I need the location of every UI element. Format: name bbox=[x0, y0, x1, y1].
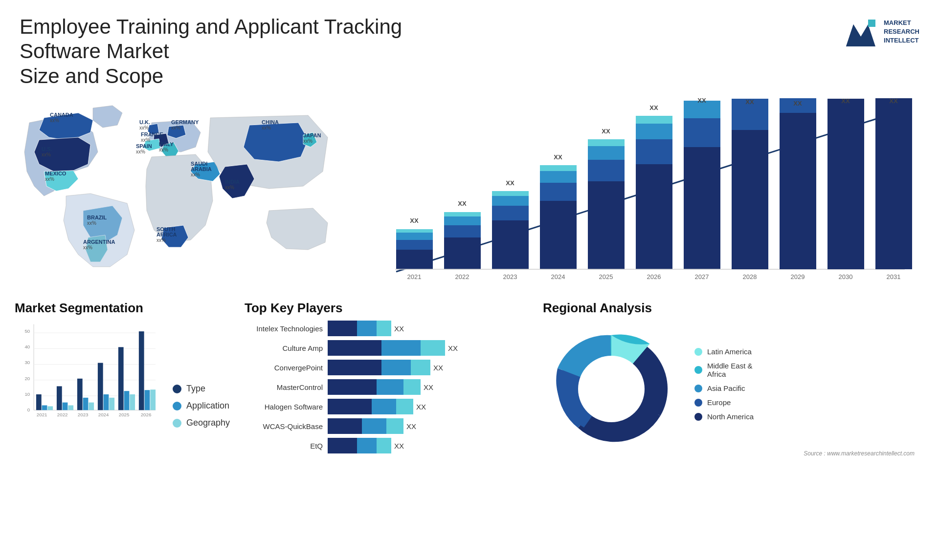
player-name-culture: Culture Amp bbox=[245, 344, 323, 352]
svg-text:2023: 2023 bbox=[78, 412, 89, 417]
india-label: INDIA bbox=[225, 179, 240, 185]
svg-text:xx%: xx% bbox=[139, 125, 149, 130]
bar-2027-seg2 bbox=[684, 118, 720, 147]
bar-2024-seg3 bbox=[540, 171, 577, 183]
player-name-wcas: WCAS-QuickBase bbox=[245, 422, 323, 431]
donut-area: Latin America Middle East &Africa Asia P… bbox=[543, 321, 924, 448]
bar-2021-seg2 bbox=[396, 240, 433, 250]
legend-middle-east: Middle East &Africa bbox=[694, 362, 754, 378]
legend-asia-pacific: Asia Pacific bbox=[694, 384, 754, 392]
legend-north-america-label: North America bbox=[707, 412, 754, 421]
svg-text:2028: 2028 bbox=[743, 273, 757, 280]
mexico-label: MEXICO bbox=[45, 171, 67, 176]
logo-icon bbox=[844, 15, 878, 49]
bar-2023-seg3 bbox=[492, 196, 529, 206]
svg-rect-81 bbox=[145, 390, 150, 410]
bar-2026-seg2 bbox=[636, 139, 672, 164]
svg-text:40: 40 bbox=[24, 344, 30, 349]
svg-text:xx%: xx% bbox=[171, 125, 180, 130]
svg-rect-73 bbox=[89, 403, 94, 410]
svg-text:ARABIA: ARABIA bbox=[191, 166, 212, 172]
player-name-converge: ConvergePoint bbox=[245, 364, 323, 372]
legend-latin-america-label: Latin America bbox=[707, 347, 752, 356]
svg-text:xx%: xx% bbox=[225, 185, 234, 190]
svg-text:XX: XX bbox=[841, 98, 850, 105]
svg-text:XX: XX bbox=[458, 200, 467, 207]
svg-rect-66 bbox=[42, 406, 47, 410]
bar-2022-seg2 bbox=[444, 225, 481, 237]
argentina-label: ARGENTINA bbox=[83, 239, 115, 245]
player-row-intelex: Intelex Technologies XX bbox=[245, 321, 528, 336]
bar-2026-seg1 bbox=[636, 164, 672, 269]
header: Employee Training and Applicant Tracking… bbox=[0, 0, 939, 93]
germany-label: GERMANY bbox=[171, 119, 199, 125]
player-row-master: MasterControl XX bbox=[245, 379, 528, 395]
svg-text:50: 50 bbox=[24, 328, 30, 334]
svg-text:2025: 2025 bbox=[119, 412, 130, 417]
svg-text:0: 0 bbox=[27, 407, 30, 412]
italy-label: ITALY bbox=[159, 141, 174, 147]
legend-asia-pacific-label: Asia Pacific bbox=[707, 384, 745, 392]
legend-middle-east-dot bbox=[694, 366, 702, 374]
source-text: Source : www.marketresearchintellect.com bbox=[543, 450, 924, 457]
svg-text:xx%: xx% bbox=[136, 149, 145, 154]
svg-rect-70 bbox=[68, 406, 73, 410]
svg-rect-68 bbox=[57, 387, 62, 410]
donut-chart bbox=[543, 321, 680, 448]
legend-geography-dot bbox=[173, 419, 181, 428]
players-section: Top Key Players Intelex Technologies XX … bbox=[245, 301, 528, 457]
bar-chart-section: XX XX XX XX XX bbox=[357, 93, 924, 296]
svg-text:2026: 2026 bbox=[647, 273, 661, 280]
svg-text:2030: 2030 bbox=[839, 273, 853, 280]
svg-rect-67 bbox=[47, 407, 53, 410]
svg-text:XX: XX bbox=[889, 98, 898, 105]
legend-europe-dot bbox=[694, 399, 702, 407]
svg-text:xx%: xx% bbox=[83, 245, 92, 250]
player-row-converge: ConvergePoint XX bbox=[245, 360, 528, 375]
bar-2025-seg3 bbox=[588, 146, 625, 160]
brazil-label: BRAZIL bbox=[87, 215, 107, 220]
svg-rect-44 bbox=[780, 113, 816, 269]
svg-text:2027: 2027 bbox=[695, 273, 709, 280]
svg-text:2031: 2031 bbox=[887, 273, 901, 280]
svg-rect-79 bbox=[130, 394, 135, 410]
svg-text:2024: 2024 bbox=[551, 273, 565, 280]
svg-text:xx%: xx% bbox=[262, 125, 271, 130]
players-bars-list: Intelex Technologies XX Culture Amp bbox=[245, 321, 528, 453]
regional-section: Regional Analysis bbox=[543, 301, 924, 457]
player-bar-etq: XX bbox=[328, 438, 404, 453]
spain-label: SPAIN bbox=[136, 143, 152, 149]
map-svg: CANADA xx% U.S. xx% MEXICO xx% BRAZIL xx… bbox=[15, 93, 347, 279]
legend-asia-pacific-dot bbox=[694, 385, 702, 392]
legend-geography: Geography bbox=[173, 418, 230, 428]
japan-label: JAPAN bbox=[303, 132, 321, 138]
legend-application-label: Application bbox=[186, 401, 229, 411]
svg-text:XX: XX bbox=[649, 104, 658, 111]
bar-2027-seg1 bbox=[684, 147, 720, 269]
svg-text:xx%: xx% bbox=[191, 172, 200, 177]
bar-2024-seg1 bbox=[540, 201, 577, 269]
legend-north-america: North America bbox=[694, 412, 754, 421]
svg-text:xx%: xx% bbox=[50, 118, 59, 123]
svg-rect-72 bbox=[83, 398, 89, 410]
svg-text:2021: 2021 bbox=[407, 273, 422, 280]
player-row-wcas: WCAS-QuickBase XX bbox=[245, 418, 528, 434]
svg-rect-80 bbox=[139, 331, 144, 410]
legend-europe: Europe bbox=[694, 398, 754, 407]
page-title: Employee Training and Applicant Tracking… bbox=[20, 15, 460, 88]
player-bar-converge: XX bbox=[328, 360, 443, 375]
player-name-intelex: Intelex Technologies bbox=[245, 324, 323, 333]
player-row-culture: Culture Amp XX bbox=[245, 340, 528, 356]
bar-2021-seg3 bbox=[396, 233, 433, 240]
svg-text:XX: XX bbox=[410, 217, 419, 224]
player-bar-culture: XX bbox=[328, 340, 458, 356]
regional-legend: Latin America Middle East &Africa Asia P… bbox=[694, 347, 754, 421]
svg-text:2022: 2022 bbox=[455, 273, 470, 280]
svg-rect-76 bbox=[109, 398, 114, 410]
legend-geography-label: Geography bbox=[186, 418, 230, 428]
svg-rect-47 bbox=[827, 99, 864, 269]
svg-text:XX: XX bbox=[554, 153, 562, 161]
bar-2026-seg3 bbox=[636, 124, 672, 139]
legend-application: Application bbox=[173, 401, 230, 411]
svg-rect-74 bbox=[98, 363, 103, 410]
